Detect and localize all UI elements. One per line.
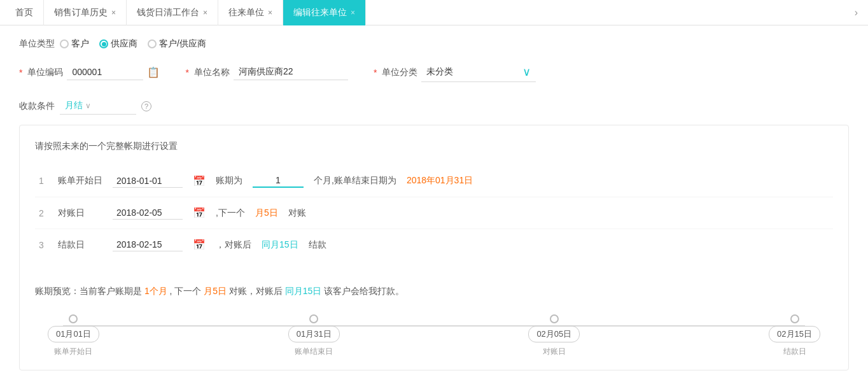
unit-category-value: 未分类 xyxy=(426,66,453,78)
timeline-dot-1 xyxy=(69,314,78,323)
setting-row-2: 2 对账日 📅 ,下一个 月5日 对账 xyxy=(35,197,833,229)
preview-part4: 对账，对账后 xyxy=(229,286,283,296)
fields-row: * 单位编码 📋 * 单位名称 * 单位分类 未分类 ∨ xyxy=(19,62,849,82)
unit-code-star: * xyxy=(19,67,22,78)
row-3-suffix-highlight: 同月15日 xyxy=(262,239,298,251)
unit-category-label: 单位分类 xyxy=(382,67,417,78)
timeline-dot-4 xyxy=(790,314,799,323)
preview-text: 账期预览：当前客户账期是 1个月 , 下一个 月5日 对账，对账后 同月15日 … xyxy=(35,283,833,299)
radio-customer[interactable]: 客户 xyxy=(60,38,89,50)
timeline-point-3: 02月05日 对账日 xyxy=(528,314,580,357)
timeline-point-1: 01月01日 账单开始日 xyxy=(48,314,99,357)
tab-cash-daily-close[interactable]: × xyxy=(203,8,207,17)
preview-part6: 该客户会给我打款。 xyxy=(324,286,404,296)
tab-edit-partner[interactable]: 编辑往来单位 × xyxy=(283,0,366,25)
timeline-dot-3 xyxy=(550,314,559,323)
row-1-field-label: 账单开始日 xyxy=(58,175,102,186)
tab-edit-partner-close[interactable]: × xyxy=(351,8,355,17)
tab-home-label: 首页 xyxy=(15,7,33,18)
tab-cash-daily-label: 钱货日清工作台 xyxy=(137,7,199,18)
unit-category-star: * xyxy=(374,67,377,78)
row-1-period-unit: 个月,账单结束日期为 xyxy=(314,175,396,186)
radio-customer-supplier-circle xyxy=(148,39,157,48)
payment-condition-label: 收款条件 xyxy=(19,101,55,112)
setting-row-1: 1 账单开始日 📅 账期为 个月,账单结束日期为 2018年01月31日 xyxy=(35,165,833,197)
timeline-node-2: 01月31日 xyxy=(288,326,340,342)
timeline-point-4: 02月15日 结款日 xyxy=(769,314,820,357)
radio-customer-circle xyxy=(60,39,69,48)
row-2-suffix-prefix: ,下一个 xyxy=(216,208,245,219)
row-1-number: 1 xyxy=(35,176,48,186)
payment-condition-chevron-icon: ∨ xyxy=(85,101,91,110)
tab-sales-history-label: 销售订单历史 xyxy=(54,7,108,18)
tab-more-arrow[interactable]: › xyxy=(850,7,863,18)
tab-bar: 首页 销售订单历史 × 钱货日清工作台 × 往来单位 × 编辑往来单位 × › xyxy=(0,0,868,25)
unit-category-chevron-icon: ∨ xyxy=(522,65,531,79)
tab-home[interactable]: 首页 xyxy=(5,0,44,25)
row-3-calendar-icon[interactable]: 📅 xyxy=(193,239,206,251)
unit-code-label: 单位编码 xyxy=(27,67,63,78)
unit-type-radio-group: 客户 供应商 客户/供应商 xyxy=(60,38,206,50)
timeline-label-4: 结款日 xyxy=(783,346,806,357)
unit-code-icon[interactable]: 📋 xyxy=(147,66,160,78)
unit-name-group: * 单位名称 xyxy=(185,64,347,80)
timeline-node-4: 02月15日 xyxy=(769,326,820,342)
row-2-field-label: 对账日 xyxy=(58,208,102,219)
timeline-point-2: 01月31日 账单结束日 xyxy=(288,314,340,357)
payment-row: 收款条件 月结 ∨ ? xyxy=(19,97,849,115)
row-1-period-end: 2018年01月31日 xyxy=(407,175,473,186)
tab-sales-history[interactable]: 销售订单历史 × xyxy=(44,0,127,25)
preview-section: 账期预览：当前客户账期是 1个月 , 下一个 月5日 对账，对账后 同月15日 … xyxy=(35,273,833,357)
row-3-number: 3 xyxy=(35,240,48,250)
row-2-suffix-highlight: 月5日 xyxy=(255,208,278,219)
help-icon[interactable]: ? xyxy=(141,101,151,111)
radio-customer-label: 客户 xyxy=(71,38,89,50)
tab-sales-history-close[interactable]: × xyxy=(111,8,116,17)
tab-edit-partner-label: 编辑往来单位 xyxy=(293,7,347,18)
unit-name-input[interactable] xyxy=(234,64,348,80)
tab-partner-units-label: 往来单位 xyxy=(228,7,264,18)
row-2-number: 2 xyxy=(35,208,48,218)
preview-part1: 1个月 xyxy=(144,286,167,296)
radio-supplier-label: 供应商 xyxy=(111,38,137,50)
radio-customer-supplier[interactable]: 客户/供应商 xyxy=(148,38,206,50)
unit-name-star: * xyxy=(185,67,188,78)
card-instruction: 请按照未来的一个完整帐期进行设置 xyxy=(35,141,833,152)
row-2-date-input[interactable] xyxy=(113,206,183,220)
preview-label: 账期预览：当前客户账期是 xyxy=(35,286,142,296)
row-1-period-label: 账期为 xyxy=(216,175,242,186)
unit-name-label: 单位名称 xyxy=(194,67,230,78)
radio-supplier[interactable]: 供应商 xyxy=(99,38,137,50)
preview-part5: 同月15日 xyxy=(285,286,322,296)
timeline-points: 01月01日 账单开始日 01月31日 账单结束日 02月05日 对账日 xyxy=(48,314,820,357)
tab-partner-units[interactable]: 往来单位 × xyxy=(218,0,283,25)
unit-category-select[interactable]: 未分类 ∨ xyxy=(421,62,536,82)
row-2-suffix-text: 对账 xyxy=(288,208,306,219)
unit-type-label: 单位类型 xyxy=(19,38,55,50)
radio-supplier-circle xyxy=(99,39,108,48)
unit-code-input[interactable] xyxy=(67,64,143,80)
row-1-date-input[interactable] xyxy=(113,174,183,188)
payment-condition-value: 月结 xyxy=(65,100,83,111)
settings-card: 请按照未来的一个完整帐期进行设置 1 账单开始日 📅 账期为 个月,账单结束日期… xyxy=(19,125,849,370)
timeline-label-1: 账单开始日 xyxy=(54,346,92,357)
row-3-field-label: 结款日 xyxy=(58,239,102,251)
row-2-calendar-icon[interactable]: 📅 xyxy=(193,207,206,219)
timeline-label-2: 账单结束日 xyxy=(295,346,333,357)
row-3-suffix-text: 结款 xyxy=(309,239,326,251)
row-1-calendar-icon[interactable]: 📅 xyxy=(193,175,206,187)
row-3-date-input[interactable] xyxy=(113,238,183,251)
unit-type-row: 单位类型 客户 供应商 客户/供应商 xyxy=(19,38,849,50)
tab-partner-units-close[interactable]: × xyxy=(268,8,272,17)
timeline: 01月01日 账单开始日 01月31日 账单结束日 02月05日 对账日 xyxy=(35,314,833,357)
tab-cash-daily[interactable]: 钱货日清工作台 × xyxy=(127,0,218,25)
row-1-period-input[interactable] xyxy=(253,174,304,188)
unit-code-group: * 单位编码 📋 xyxy=(19,64,160,80)
preview-part2: , 下一个 xyxy=(170,286,202,296)
timeline-node-3: 02月05日 xyxy=(528,326,580,342)
payment-condition-select[interactable]: 月结 ∨ xyxy=(60,97,136,115)
main-content: 单位类型 客户 供应商 客户/供应商 * 单位编码 📋 * xyxy=(0,25,868,387)
row-3-suffix-prefix: ，对账后 xyxy=(216,239,251,251)
radio-customer-supplier-label: 客户/供应商 xyxy=(159,38,206,50)
timeline-dot-2 xyxy=(309,314,318,323)
